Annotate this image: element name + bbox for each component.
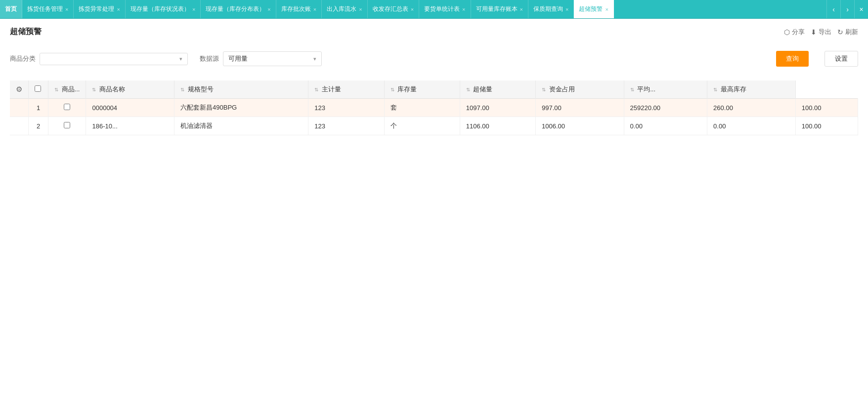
nav-tab-inout-flow[interactable]: 出入库流水 ×: [322, 0, 367, 19]
sort-icon: ⇅: [630, 87, 634, 92]
nav-tab-expiry-query[interactable]: 保质期查询 ×: [528, 0, 574, 19]
col-header-product-code[interactable]: ⇅ 商品...: [48, 80, 86, 99]
nav-arrow-left[interactable]: ‹: [826, 0, 840, 19]
col-header-avg-price[interactable]: ⇅ 平均...: [624, 80, 707, 99]
category-filter: 商品分类 ▾: [10, 53, 188, 65]
cell-product-code: 0000004: [86, 99, 174, 117]
row-index: 2: [29, 117, 48, 135]
nav-tab-summary[interactable]: 收发存汇总表 ×: [368, 0, 419, 19]
settings-button[interactable]: 设置: [825, 51, 858, 67]
nav-tab-overstock-warning[interactable]: 超储预警 ×: [574, 0, 613, 19]
table-row: 2 186-10... 机油滤清器 123 个 1106.00 1006.00 …: [10, 117, 858, 135]
cell-max-stock: 100.00: [795, 99, 858, 117]
col-header-stock-qty[interactable]: ⇅ 库存量: [384, 80, 460, 99]
nav-tab-inventory-status[interactable]: 现存量（库存状况表） ×: [126, 0, 201, 19]
nav-tab-inventory-status-label: 现存量（库存状况表）: [130, 5, 190, 13]
nav-tab-order-stats-label: 要货单统计表: [424, 5, 460, 13]
sort-icon: ⇅: [391, 87, 394, 92]
category-label: 商品分类: [10, 54, 36, 63]
row-checkbox-cell[interactable]: [48, 99, 86, 117]
col-header-overstock-qty[interactable]: ⇅ 超储量: [460, 80, 535, 99]
nav-tab-home-label: 首页: [5, 5, 17, 13]
col-label-max-stock: 最高库存: [721, 85, 746, 93]
close-icon[interactable]: ×: [117, 6, 120, 12]
close-icon[interactable]: ×: [411, 6, 414, 12]
col-label-avg-price: 平均...: [637, 85, 655, 93]
col-header-capital-usage[interactable]: ⇅ 资金占用: [536, 80, 624, 99]
page-header: 超储预警 ⬡ 分享 ⬇ 导出 ↻ 刷新: [10, 27, 858, 37]
cell-spec: 123: [308, 117, 384, 135]
cell-product-name: 机油滤清器: [174, 117, 308, 135]
select-all-checkbox[interactable]: [35, 85, 41, 92]
nav-tab-expiry-query-label: 保质期查询: [533, 5, 563, 13]
export-button[interactable]: ⬇ 导出: [811, 28, 831, 37]
row-gear-cell: [10, 99, 29, 117]
col-header-product-name[interactable]: ⇅ 商品名称: [86, 80, 174, 99]
close-icon[interactable]: ×: [462, 6, 465, 12]
col-label-spec: 规格型号: [188, 85, 214, 93]
row-checkbox[interactable]: [64, 122, 70, 128]
close-icon[interactable]: ×: [192, 6, 195, 12]
chevron-down-icon: ▾: [313, 56, 316, 62]
nav-tab-home[interactable]: 首页: [0, 0, 22, 19]
cell-unit: 套: [384, 99, 460, 117]
nav-tab-picking-exception[interactable]: 拣货异常处理 ×: [74, 0, 125, 19]
row-checkbox-cell[interactable]: [48, 117, 86, 135]
sort-icon: ⇅: [314, 87, 318, 92]
chevron-down-icon: ▾: [179, 56, 182, 62]
nav-tab-picking-task[interactable]: 拣货任务管理 ×: [22, 0, 74, 19]
nav-arrow-close[interactable]: ×: [854, 0, 868, 19]
col-label-overstock-qty: 超储量: [473, 85, 492, 93]
col-header-unit[interactable]: ⇅ 主计量: [308, 80, 384, 99]
nav-tab-picking-task-label: 拣货任务管理: [27, 5, 63, 13]
datasource-select[interactable]: 可用量 ▾: [223, 51, 322, 66]
cell-overstock-qty: 1006.00: [536, 117, 624, 135]
row-gear-cell: [10, 117, 29, 135]
col-header-spec[interactable]: ⇅ 规格型号: [174, 80, 308, 99]
close-icon[interactable]: ×: [565, 6, 568, 12]
cell-product-code: 186-10...: [86, 117, 174, 135]
nav-arrow-right[interactable]: ›: [840, 0, 854, 19]
data-table: ⚙ ⇅ 商品... ⇅ 商品名称 ⇅ 规格型号 ⇅: [10, 80, 858, 135]
sort-icon: ⇅: [92, 87, 96, 92]
share-label: 分享: [792, 28, 805, 37]
close-icon[interactable]: ×: [267, 6, 270, 12]
cell-overstock-qty: 997.00: [536, 99, 624, 117]
col-header-max-stock[interactable]: ⇅ 最高库存: [707, 80, 796, 99]
nav-tab-inventory-dist-label: 现存量（库存分布表）: [206, 5, 265, 13]
cell-spec: 123: [308, 99, 384, 117]
nav-tab-available-account[interactable]: 可用量库存账本 ×: [471, 0, 528, 19]
cell-avg-price: 0.00: [707, 117, 796, 135]
col-label-product-code: 商品...: [62, 85, 80, 93]
datasource-filter: 数据源 可用量 ▾: [200, 51, 322, 66]
export-label: 导出: [819, 28, 831, 37]
sort-icon: ⇅: [54, 87, 58, 92]
checkbox-column-header[interactable]: [29, 80, 48, 99]
cell-unit: 个: [384, 117, 460, 135]
col-label-unit: 主计量: [322, 85, 341, 93]
filter-bar: 商品分类 ▾ 数据源 可用量 ▾ 查询 设置: [10, 45, 858, 73]
share-icon: ⬡: [784, 28, 790, 36]
nav-tab-order-stats[interactable]: 要货单统计表 ×: [419, 0, 471, 19]
close-icon[interactable]: ×: [359, 6, 362, 12]
gear-icon[interactable]: ⚙: [16, 85, 22, 93]
nav-tab-batch-account-label: 库存批次账: [281, 5, 311, 13]
refresh-button[interactable]: ↻ 刷新: [837, 28, 858, 37]
query-button[interactable]: 查询: [776, 51, 809, 67]
row-checkbox[interactable]: [64, 104, 70, 110]
close-icon[interactable]: ×: [605, 6, 608, 12]
nav-tab-inventory-dist[interactable]: 现存量（库存分布表） ×: [201, 0, 276, 19]
close-icon[interactable]: ×: [313, 6, 316, 12]
category-select[interactable]: ▾: [40, 53, 188, 65]
nav-tab-inout-flow-label: 出入库流水: [327, 5, 356, 13]
share-button[interactable]: ⬡ 分享: [784, 28, 805, 37]
close-icon[interactable]: ×: [65, 6, 68, 12]
gear-column-header: ⚙: [10, 80, 29, 99]
cell-avg-price: 260.00: [707, 99, 796, 117]
nav-tab-overstock-warning-label: 超储预警: [579, 5, 603, 13]
nav-tab-available-account-label: 可用量库存账本: [476, 5, 518, 13]
top-navigation: 首页 拣货任务管理 × 拣货异常处理 × 现存量（库存状况表） × 现存量（库存…: [0, 0, 868, 19]
close-icon[interactable]: ×: [520, 6, 523, 12]
nav-tab-batch-account[interactable]: 库存批次账 ×: [276, 0, 322, 19]
col-label-capital-usage: 资金占用: [549, 85, 575, 93]
